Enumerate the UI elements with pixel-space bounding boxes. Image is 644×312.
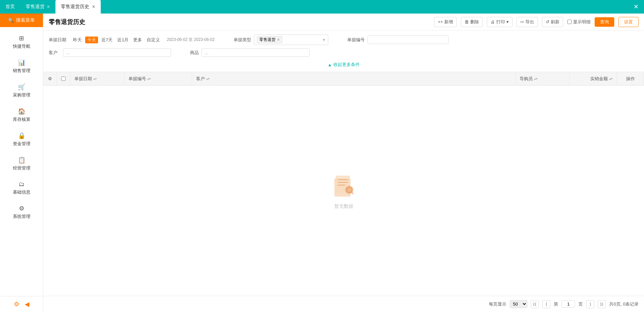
date-range-display: 2023-06-02 至 2023-06-02	[167, 37, 214, 43]
next-page-button[interactable]: ⟩	[586, 300, 594, 308]
new-button[interactable]: + + 新增	[434, 17, 457, 27]
filter-row-1: 单据日期 昨天 今天 近7天 近1月 更多 自定义 2023-06-02 至 2…	[49, 35, 639, 45]
export-icon: ⇨	[520, 19, 524, 24]
bill-type-label: 单据类型	[234, 37, 251, 43]
show-detail-checkbox[interactable]: 显示明细	[567, 19, 591, 25]
sidebar-item-sales-label: 销售管理	[13, 68, 30, 74]
customer-select[interactable]: ...	[63, 48, 171, 57]
sidebar-item-purchase-mgmt[interactable]: 🛒 采购管理	[0, 79, 43, 103]
sidebar-item-inventory-label: 库存核算	[13, 116, 30, 122]
th-action-label: 操作	[626, 76, 635, 82]
refresh-icon: ↺	[546, 19, 549, 24]
date-options: 昨天 今天 近7天 近1月 更多 自定义	[72, 37, 161, 43]
gear-icon[interactable]: ⚙	[48, 76, 52, 81]
sidebar-item-operations[interactable]: 📋 经营管理	[0, 152, 43, 176]
th-date[interactable]: 单据日期 ▴▾	[70, 72, 124, 85]
show-detail-input[interactable]	[567, 20, 572, 24]
per-page-label: 每页显示	[489, 301, 506, 307]
sidebar-item-finance-label: 资金管理	[13, 141, 30, 147]
date-opt-today[interactable]: 今天	[85, 37, 98, 43]
system-icon: ⚙	[19, 205, 24, 212]
date-opt-more[interactable]: 更多	[132, 37, 143, 43]
base-info-icon: 🗂	[19, 181, 25, 188]
bill-type-tag-close[interactable]: ✕	[277, 38, 280, 42]
date-opt-yesterday[interactable]: 昨天	[72, 37, 83, 43]
sidebar-item-base-info[interactable]: 🗂 基础信息	[0, 176, 43, 200]
operations-icon: 📋	[18, 156, 25, 164]
th-guide[interactable]: 导购员 ▴▾	[516, 72, 570, 85]
tab-retail-return-close[interactable]: ✕	[47, 4, 50, 9]
sidebar-item-sales-mgmt[interactable]: 📊 销售管理	[0, 54, 43, 79]
tab-retail-return[interactable]: 零售退货 ✕	[20, 0, 55, 14]
close-window-icon[interactable]: ✕	[634, 3, 639, 10]
guide-sort-icon: ▴▾	[534, 77, 538, 81]
collapse-button[interactable]: ▲ 收起更多条件	[324, 62, 364, 68]
page-header: 零售退货历史 + + 新增 🗑 删除 🖨 打印 ▾ ⇨ 导出	[43, 14, 644, 30]
total-text: 共0页, 0条记录	[609, 301, 639, 307]
tab-retail-return-label: 零售退货	[26, 4, 45, 10]
th-guide-label: 导购员	[520, 76, 533, 82]
sales-icon: 📊	[18, 59, 25, 66]
table-header: ⚙ 单据日期 ▴▾ 单据编号 ▴▾ 客户 ▴▾ 导购员	[43, 72, 644, 86]
goods-label: 商品	[190, 50, 199, 56]
sidebar-item-system-label: 系统管理	[13, 214, 30, 220]
delete-button[interactable]: 🗑 删除	[461, 17, 483, 27]
amount-sort-icon: ▴▾	[609, 77, 613, 81]
bill-type-tag-text: 零售退货	[259, 37, 276, 43]
header-actions: + + 新增 🗑 删除 🖨 打印 ▾ ⇨ 导出 ↺	[434, 17, 639, 27]
collapse-label: 收起更多条件	[333, 62, 360, 68]
refresh-button[interactable]: ↺ 刷新	[542, 17, 563, 27]
billno-sort-icon: ▴▾	[147, 77, 151, 81]
sidebar-item-inventory[interactable]: 🏠 库存核算	[0, 103, 43, 127]
bill-no-input[interactable]	[367, 36, 449, 44]
filter-row-2: 客户 ... 商品 ...	[49, 48, 639, 57]
finance-icon: 🔒	[18, 132, 25, 139]
th-action: 操作	[617, 72, 644, 85]
sidebar-bottom: ⚙ ◀	[0, 296, 43, 312]
th-billno[interactable]: 单据编号 ▴▾	[124, 72, 192, 85]
sidebar-item-quick-nav[interactable]: ⊞ 快捷导航	[0, 30, 43, 54]
setting-button[interactable]: 设置	[618, 17, 639, 27]
select-all-checkbox[interactable]	[61, 76, 66, 81]
first-page-button[interactable]: ⟨⟨	[531, 300, 539, 308]
sidebar-search[interactable]: 🔍 搜索菜单	[0, 14, 43, 27]
main-layout: 🔍 搜索菜单 ⊞ 快捷导航 📊 销售管理 🛒 采购管理 🏠 库存核算 🔒	[0, 14, 644, 312]
settings-bottom-icon[interactable]: ⚙	[14, 300, 19, 308]
th-gear[interactable]: ⚙	[43, 72, 57, 85]
prev-page-button[interactable]: ⟨	[542, 300, 550, 308]
last-page-button[interactable]: ⟩⟩	[598, 300, 606, 308]
quick-nav-icon: ⊞	[19, 35, 24, 42]
export-button[interactable]: ⇨ 导出	[517, 17, 538, 27]
page-title: 零售退货历史	[49, 18, 434, 26]
goods-select[interactable]: ...	[201, 48, 310, 57]
sidebar-item-finance[interactable]: 🔒 资金管理	[0, 127, 43, 152]
th-amount[interactable]: 实销金额 ▴▾	[570, 72, 617, 85]
pagination-bar: 每页显示 50 10 20 100 ⟨⟨ ⟨ 第 页 ⟩ ⟩⟩ 共0页, 0条记…	[43, 296, 644, 312]
th-billno-label: 单据编号	[128, 76, 146, 82]
per-page-select[interactable]: 50 10 20 100	[510, 300, 527, 308]
date-opt-1month[interactable]: 近1月	[116, 37, 130, 43]
tab-retail-return-history[interactable]: 零售退货历史 ✕	[55, 0, 101, 14]
th-customer-label: 客户	[196, 76, 205, 82]
date-opt-custom[interactable]: 自定义	[145, 37, 161, 43]
bill-type-dropdown-icon: ▾	[323, 37, 325, 42]
date-sort-icon: ▴▾	[93, 77, 97, 81]
query-button[interactable]: 查询	[595, 17, 614, 27]
sidebar-item-system-mgmt[interactable]: ⚙ 系统管理	[0, 200, 43, 224]
date-filter-label: 单据日期	[49, 37, 66, 43]
empty-text: 暂无数据	[334, 203, 353, 209]
print-icon: 🖨	[491, 19, 495, 24]
bill-type-select[interactable]: 零售退货 ✕ ▾	[254, 35, 328, 45]
customer-sort-icon: ▴▾	[206, 77, 210, 81]
th-customer[interactable]: 客户 ▴▾	[192, 72, 516, 85]
tab-retail-return-history-close[interactable]: ✕	[92, 4, 95, 9]
delete-icon: 🗑	[464, 19, 469, 24]
date-opt-7days[interactable]: 近7天	[100, 37, 114, 43]
empty-illustration	[330, 172, 357, 199]
tab-home[interactable]: 首页	[0, 0, 20, 14]
page-input[interactable]	[562, 300, 575, 308]
th-checkbox[interactable]	[57, 72, 70, 85]
print-button[interactable]: 🖨 打印 ▾	[487, 17, 512, 27]
collapse-sidebar-icon[interactable]: ◀	[25, 300, 29, 308]
bill-type-tag: 零售退货 ✕	[257, 36, 282, 43]
